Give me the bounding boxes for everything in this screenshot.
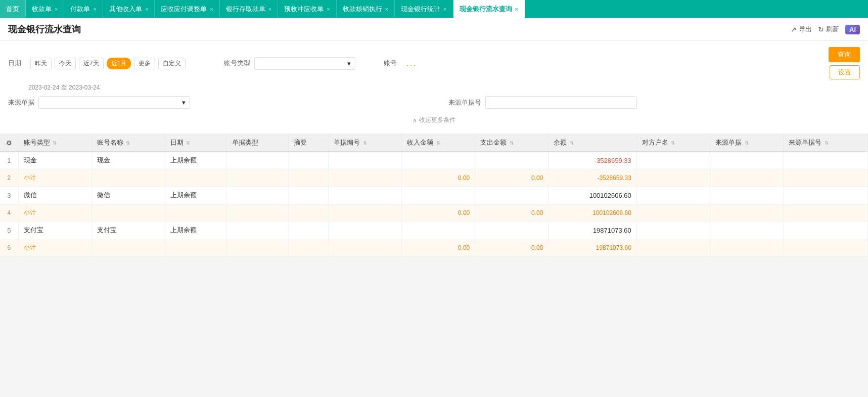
row-summary <box>289 187 329 204</box>
sort-icon: ⇅ <box>363 140 367 146</box>
row-source-voucher-no <box>784 239 868 256</box>
row-income <box>402 222 475 239</box>
row-income: 0.00 <box>402 239 475 256</box>
row-counterpart <box>636 187 710 204</box>
close-icon[interactable]: × <box>443 6 446 12</box>
row-voucher-type <box>227 169 289 187</box>
col-voucher-type[interactable]: 单据类型 <box>227 134 289 152</box>
row-expense: 0.00 <box>475 169 549 187</box>
filter-area: 日期 昨天 今天 近7天 近1月 更多 自定义 账号类型 ▾ 账号 ... <box>0 41 868 134</box>
row-date <box>165 169 226 187</box>
row-expense: 0.00 <box>475 204 549 222</box>
account-type-select[interactable]: ▾ <box>254 57 355 70</box>
date-range-display: 2023-02-24 至 2023-03-24 <box>26 83 860 92</box>
close-icon[interactable]: × <box>210 6 213 12</box>
source-voucher-group: 来源单据 ▾ <box>8 96 420 109</box>
refresh-button[interactable]: ↻ 刷新 <box>818 25 839 34</box>
sort-icon: ⇅ <box>825 140 829 146</box>
col-account-type[interactable]: 账号类型 ⇅ <box>18 134 92 152</box>
close-icon[interactable]: × <box>327 6 330 12</box>
table-body: 1 现金 现金 上期余额 -3528659.33 2 小计 0.00 0.00 … <box>0 152 868 256</box>
row-source-voucher <box>710 187 783 204</box>
col-summary[interactable]: 摘要 <box>289 134 329 152</box>
date-btn-7days[interactable]: 近7天 <box>79 58 104 69</box>
source-voucher-no-group: 来源单据号 <box>448 96 860 109</box>
account-dots[interactable]: ... <box>406 58 417 69</box>
col-date[interactable]: 日期 ⇅ <box>165 134 226 152</box>
nav-tab-home[interactable]: 首页 <box>0 0 26 18</box>
sort-icon: ⇅ <box>671 140 675 146</box>
row-account-name: 微信 <box>92 187 165 204</box>
col-voucher-no[interactable]: 单据编号 ⇅ <box>329 134 402 152</box>
query-button[interactable]: 查询 <box>829 47 860 62</box>
nav-tab-prepay[interactable]: 预收冲应收单 × <box>278 0 336 18</box>
col-expense[interactable]: 支出金额 ⇅ <box>475 134 549 152</box>
ai-badge[interactable]: Ai <box>845 25 860 34</box>
source-voucher-no-input[interactable] <box>485 96 637 109</box>
sort-icon: ⇅ <box>186 140 190 146</box>
sort-icon: ⇅ <box>436 140 440 146</box>
row-summary <box>289 222 329 239</box>
collapse-bar[interactable]: ∧ 收起更多条件 <box>8 113 860 127</box>
date-btn-yesterday[interactable]: 昨天 <box>30 58 52 69</box>
row-source-voucher <box>710 222 783 239</box>
row-date: 上期余额 <box>165 152 226 169</box>
col-account-name[interactable]: 账号名称 ⇅ <box>92 134 165 152</box>
settings-button[interactable]: 设置 <box>830 65 860 79</box>
date-options: 昨天 今天 近7天 近1月 更多 自定义 <box>30 58 186 69</box>
page-header: 现金银行流水查询 ↗ 导出 ↻ 刷新 Ai <box>0 18 868 41</box>
nav-tab-cash-stats[interactable]: 现金银行统计 × <box>395 0 453 18</box>
nav-tab-verify[interactable]: 收款核销执行 × <box>337 0 395 18</box>
close-icon[interactable]: × <box>145 6 148 12</box>
nav-tab-adjustment[interactable]: 应收应付调整单 × <box>155 0 219 18</box>
export-button[interactable]: ↗ 导出 <box>791 25 812 34</box>
date-btn-today[interactable]: 今天 <box>55 58 76 69</box>
col-income[interactable]: 收入金额 ⇅ <box>402 134 475 152</box>
col-counterpart[interactable]: 对方户名 ⇅ <box>636 134 710 152</box>
row-source-voucher <box>710 152 783 169</box>
date-btn-more[interactable]: 更多 <box>134 58 155 69</box>
row-date: 上期余额 <box>165 222 226 239</box>
row-index: 3 <box>0 187 18 204</box>
row-source-voucher <box>710 239 783 256</box>
filter-row-1: 日期 昨天 今天 近7天 近1月 更多 自定义 账号类型 ▾ 账号 ... <box>8 47 860 79</box>
row-income: 0.00 <box>402 204 475 222</box>
row-balance: -3528659.33 <box>549 152 636 169</box>
nav-tab-receipts[interactable]: 收款单 × <box>26 0 64 18</box>
date-range-text: 2023-02-24 至 2023-03-24 <box>28 84 100 91</box>
close-icon[interactable]: × <box>515 6 518 12</box>
nav-tab-cash-flow[interactable]: 现金银行流水查询 × <box>453 0 525 18</box>
row-account-name: 支付宝 <box>92 222 165 239</box>
row-source-voucher <box>710 169 783 187</box>
close-icon[interactable]: × <box>93 6 96 12</box>
col-source-voucher[interactable]: 来源单据 ⇅ <box>710 134 783 152</box>
nav-tab-other-income[interactable]: 其他收入单 × <box>103 0 155 18</box>
nav-tab-bank-deposit[interactable]: 银行存取款单 × <box>220 0 278 18</box>
table-header-row: ⚙ 账号类型 ⇅ 账号名称 ⇅ 日期 ⇅ 单据类型 摘要 <box>0 134 868 152</box>
row-summary <box>289 239 329 256</box>
col-balance[interactable]: 余额 ⇅ <box>549 134 636 152</box>
close-icon[interactable]: × <box>268 6 271 12</box>
table-row: 5 支付宝 支付宝 上期余额 19871073.60 <box>0 222 868 239</box>
row-account-name <box>92 239 165 256</box>
data-table-wrap: ⚙ 账号类型 ⇅ 账号名称 ⇅ 日期 ⇅ 单据类型 摘要 <box>0 134 868 256</box>
row-voucher-no <box>329 152 402 169</box>
col-source-voucher-no[interactable]: 来源单据号 ⇅ <box>784 134 868 152</box>
close-icon[interactable]: × <box>55 6 58 12</box>
date-btn-custom[interactable]: 自定义 <box>158 58 186 69</box>
table-settings-col[interactable]: ⚙ <box>0 134 18 152</box>
account-type-label: 账号类型 <box>224 59 250 68</box>
row-index: 2 <box>0 169 18 187</box>
row-date <box>165 204 226 222</box>
source-voucher-select[interactable]: ▾ <box>38 96 190 109</box>
date-btn-1month[interactable]: 近1月 <box>107 58 131 69</box>
row-account-type: 支付宝 <box>18 222 92 239</box>
source-voucher-no-label: 来源单据号 <box>448 98 481 107</box>
row-counterpart <box>636 222 710 239</box>
collapse-icon: ∧ <box>413 117 417 124</box>
row-voucher-no <box>329 187 402 204</box>
row-expense <box>475 152 549 169</box>
row-index: 4 <box>0 204 18 222</box>
nav-tab-payments[interactable]: 付款单 × <box>64 0 103 18</box>
close-icon[interactable]: × <box>385 6 388 12</box>
